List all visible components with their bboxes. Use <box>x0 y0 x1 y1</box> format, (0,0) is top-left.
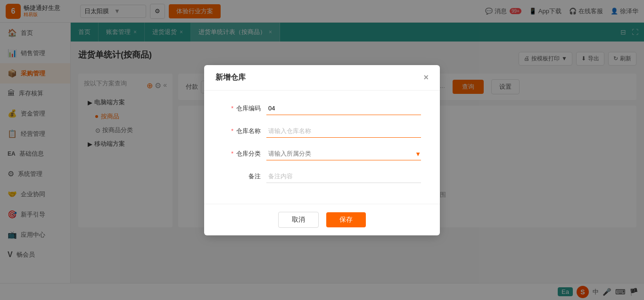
name-label: * 仓库名称 <box>223 127 261 135</box>
warehouse-category-input[interactable] <box>266 147 421 160</box>
modal-overlay: 新增仓库 × * 仓库编码 * 仓库名称 <box>0 0 644 300</box>
note-label: 备注 <box>223 172 261 181</box>
modal-footer: 取消 保存 <box>204 204 440 235</box>
warehouse-note-input[interactable] <box>266 170 421 183</box>
add-warehouse-modal: 新增仓库 × * 仓库编码 * 仓库名称 <box>204 65 440 235</box>
required-mark-code: * <box>231 105 233 112</box>
modal-close-button[interactable]: × <box>423 73 429 83</box>
category-label: * 仓库分类 <box>223 150 261 158</box>
code-label: * 仓库编码 <box>223 104 261 113</box>
modal-body: * 仓库编码 * 仓库名称 * 仓库分类 <box>204 91 440 204</box>
cancel-button[interactable]: 取消 <box>278 212 319 228</box>
warehouse-code-input[interactable] <box>266 102 421 115</box>
modal-header: 新增仓库 × <box>204 65 440 91</box>
warehouse-category-row: * 仓库分类 ▼ <box>223 147 421 160</box>
warehouse-name-row: * 仓库名称 <box>223 125 421 138</box>
required-mark-category: * <box>231 150 233 157</box>
warehouse-name-input[interactable] <box>266 125 421 138</box>
required-mark-name: * <box>231 127 233 134</box>
warehouse-note-row: 备注 <box>223 170 421 183</box>
save-button[interactable]: 保存 <box>326 212 366 227</box>
modal-title: 新增仓库 <box>215 73 246 83</box>
category-select-wrapper: ▼ <box>266 147 421 160</box>
warehouse-code-row: * 仓库编码 <box>223 102 421 115</box>
